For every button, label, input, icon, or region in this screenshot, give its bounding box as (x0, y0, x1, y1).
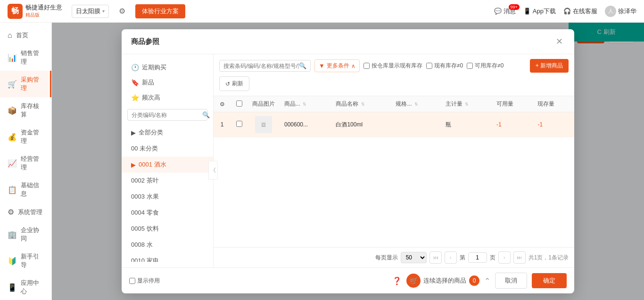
cart-icon[interactable]: 🛒 (406, 274, 421, 288)
checkbox-available-nonzero[interactable]: 可用库存≠0 (467, 62, 504, 70)
sidebar-item-business[interactable]: 📈 经营管理 (0, 150, 51, 176)
help-icon[interactable]: ❓ (392, 276, 402, 285)
refresh-icon: ↺ (225, 81, 230, 87)
row-unit: 瓶 (441, 112, 492, 137)
active-arrow-icon: ▶ (131, 161, 136, 168)
prev-page-button[interactable]: ‹ (445, 251, 457, 264)
category-00[interactable]: 00 未分类 (122, 141, 213, 157)
sidebar-label-guide: 新手引导 (21, 252, 44, 269)
checkbox-warehouse-input[interactable] (363, 63, 370, 69)
modal-header: 商品参照 ✕ (122, 29, 574, 54)
top-nav: 畅 畅捷通好生意 精品版 日太阳膜 ▾ ⚙ 体验行业方案 💬 消息 99+ 📱 … (0, 0, 644, 23)
row-checkbox[interactable] (236, 121, 242, 127)
avatar: 人 (605, 6, 616, 17)
trial-button[interactable]: 体验行业方案 (135, 4, 185, 18)
select-all-checkbox[interactable] (236, 100, 242, 107)
sidebar-label-system: 系统管理 (18, 208, 42, 217)
first-page-button[interactable]: ⏮ (429, 251, 442, 264)
right-toolbar: 🔍 ▼ 更多条件 ∧ 按仓库显示现有库存 (214, 54, 574, 96)
sort-spec-icon: ⇅ (414, 102, 418, 107)
category-search-icon[interactable]: 🔍 (202, 111, 210, 118)
sidebar-item-system[interactable]: ⚙ 系统管理 (0, 203, 51, 221)
th-name: 商品名称 ⇅ (331, 96, 391, 112)
settings-icon[interactable]: ⚙ (115, 4, 130, 19)
messages-badge: 99+ (509, 4, 520, 10)
th-spec: 规格... ⇅ (391, 96, 440, 112)
category-0003[interactable]: 0003 水果 (122, 189, 213, 205)
checkbox-stock-input[interactable] (426, 63, 432, 69)
pagination-bar: 每页显示 10 20 50 100 ⏮ ‹ 第 页 (214, 247, 574, 267)
checkbox-stock-nonzero[interactable]: 现有库存≠0 (426, 62, 463, 70)
filter-frequent-label: 频次高 (142, 93, 160, 102)
category-0008[interactable]: 0008 水 (122, 237, 213, 253)
sidebar-item-inventory[interactable]: 📦 库存核算 (0, 97, 51, 124)
cart-count: 0 (469, 275, 479, 286)
business-icon: 📈 (8, 159, 17, 168)
sidebar-label-enterprise: 企业协同 (21, 226, 44, 243)
sidebar-item-enterprise[interactable]: 🏢 企业协同 (0, 221, 51, 248)
store-name: 日太阳膜 (76, 7, 100, 16)
page-size-select[interactable]: 10 20 50 100 (401, 252, 427, 263)
filter-new-products[interactable]: 🔖 新品 (127, 75, 207, 90)
cart-area: 🛒 连续选择的商品 0 (406, 274, 479, 288)
refresh-button[interactable]: ↺ 刷新 (219, 76, 249, 91)
category-0005[interactable]: 0005 饮料 (122, 221, 213, 237)
gear-settings-icon[interactable]: ⚙ (220, 101, 225, 108)
add-product-button[interactable]: + 新增商品 (530, 59, 569, 73)
sidebar: ⌂ 首页 📊 销售管理 🛒 采购管理 📦 库存核算 💰 资金管理 📈 经营管理 … (0, 23, 52, 300)
sidebar-item-purchase[interactable]: 🛒 采购管理 (0, 71, 51, 97)
store-selector[interactable]: 日太阳膜 ▾ (72, 5, 109, 18)
sidebar-item-home[interactable]: ⌂ 首页 (0, 26, 51, 44)
collapse-icon[interactable]: ⌃ (484, 276, 490, 285)
logo-text: 畅捷通好生意 (25, 4, 62, 12)
sidebar-item-apps[interactable]: 📱 应用中心 (0, 274, 51, 300)
table-row[interactable]: 1 🖼 (214, 112, 574, 137)
sidebar-label-finance: 资金管理 (21, 128, 44, 145)
product-image: 🖼 (255, 116, 272, 133)
show-disabled-checkbox[interactable]: 显示停用 (129, 277, 160, 285)
category-search: 🔍 (127, 109, 207, 121)
search-icon[interactable]: 🔍 (299, 62, 306, 69)
sidebar-item-finance[interactable]: 💰 资金管理 (0, 124, 51, 150)
user-menu[interactable]: 人 徐泽华 (605, 6, 636, 17)
th-stock: 现存量 (533, 96, 574, 112)
checkbox-available-input[interactable] (467, 63, 473, 69)
star-icon: ⭐ (131, 94, 139, 101)
show-disabled-input[interactable] (129, 278, 135, 284)
customer-service-button[interactable]: 🎧 在线客服 (563, 7, 597, 16)
sidebar-item-sales[interactable]: 📊 销售管理 (0, 44, 51, 71)
category-0001[interactable]: ▶ 0001 酒水 (122, 157, 213, 173)
collapse-panel-button[interactable]: 《 (208, 161, 218, 180)
category-0004[interactable]: 0004 零食 (122, 205, 213, 221)
left-panel: 《 🕐 近期购买 🔖 新品 ⭐ (122, 54, 214, 267)
sidebar-label-sales: 销售管理 (21, 49, 44, 66)
sidebar-item-basic[interactable]: 📋 基础信息 (0, 176, 51, 203)
sidebar-label-basic: 基础信息 (21, 181, 44, 198)
cancel-button[interactable]: 取消 (495, 273, 527, 289)
th-check (231, 96, 248, 112)
next-page-button[interactable]: › (498, 251, 511, 264)
category-0010[interactable]: 0010 家电 (122, 253, 213, 262)
sidebar-item-guide[interactable]: 🔰 新手引导 (0, 248, 51, 274)
app-download-button[interactable]: 📱 App下载 (523, 7, 556, 16)
more-filters-button[interactable]: ▼ 更多条件 ∧ (314, 59, 360, 72)
username: 徐泽华 (618, 7, 636, 16)
checkbox-warehouse[interactable]: 按仓库显示现有库存 (363, 62, 422, 70)
filter-icon: ▼ (319, 62, 325, 69)
category-0002[interactable]: 0002 茶叶 (122, 173, 213, 189)
modal-close-button[interactable]: ✕ (553, 36, 565, 47)
filter-frequent[interactable]: ⭐ 频次高 (127, 90, 207, 105)
confirm-button[interactable]: 确定 (532, 273, 567, 288)
cart-label: 连续选择的商品 (423, 276, 466, 285)
page-number-input[interactable] (468, 252, 487, 263)
filter-recent-purchase[interactable]: 🕐 近期购买 (127, 60, 207, 75)
category-all[interactable]: ▶ 全部分类 (122, 125, 213, 141)
basic-icon: 📋 (8, 185, 17, 194)
category-search-input[interactable] (132, 112, 202, 118)
logo-icon: 畅 (8, 4, 23, 19)
product-search-input[interactable] (223, 63, 299, 69)
last-page-button[interactable]: ⏭ (513, 251, 526, 264)
modal-footer: 显示停用 ❓ 🛒 连续选择的商品 0 ⌃ 取消 确定 (122, 267, 574, 293)
messages-button[interactable]: 💬 消息 99+ (494, 7, 516, 16)
product-search-box: 🔍 (219, 60, 311, 72)
